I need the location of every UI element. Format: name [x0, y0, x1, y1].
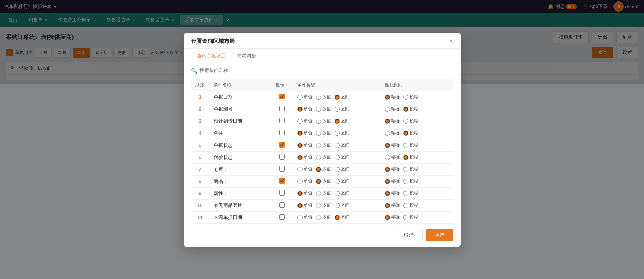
- search-input[interactable]: [199, 68, 264, 73]
- settings-dialog: 设置查询区域布局 × 查询字段设置 布局调整 🔍 顺序: [184, 33, 461, 85]
- search-icon: 🔍: [191, 68, 197, 74]
- modal-overlay: 设置查询区域布局 × 查询字段设置 布局调整 🔍 顺序: [0, 0, 644, 84]
- col-display: 显示: [271, 79, 293, 85]
- col-order: 顺序: [191, 79, 209, 85]
- dialog-body: 顺序 条件名称 显示 条件类型 匹配原则 1单据日期单值多值区间精确模糊2单据编…: [184, 79, 461, 85]
- col-name: 条件名称: [209, 79, 271, 85]
- dialog-header: 设置查询区域布局 ×: [184, 33, 461, 49]
- conditions-table: 顺序 条件名称 显示 条件类型 匹配原则 1单据日期单值多值区间精确模糊2单据编…: [191, 79, 453, 85]
- dialog-title: 设置查询区域布局: [191, 38, 235, 45]
- col-match: 匹配原则: [380, 79, 453, 85]
- search-box: 🔍: [191, 68, 264, 76]
- col-type: 条件类型: [293, 79, 380, 85]
- tab-query-fields[interactable]: 查询字段设置: [191, 49, 231, 63]
- dialog-close-btn[interactable]: ×: [449, 38, 453, 44]
- dialog-tabs: 查询字段设置 布局调整: [184, 49, 461, 63]
- dialog-search-area: 🔍: [184, 63, 461, 79]
- tab-layout[interactable]: 布局调整: [231, 49, 262, 63]
